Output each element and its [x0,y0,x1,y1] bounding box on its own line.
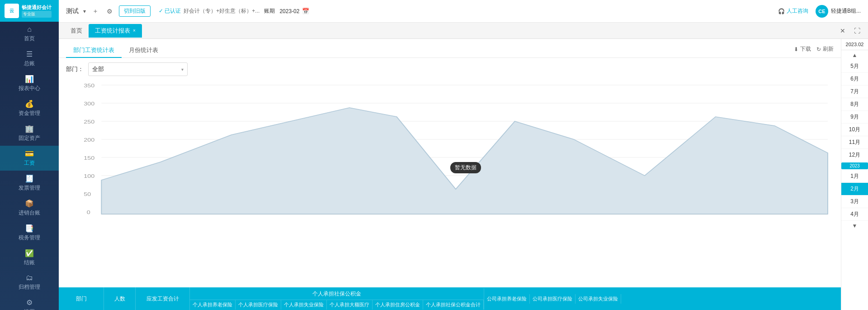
col-gross-salary: 应发工资合计 [136,287,190,310]
date-panel-current: 2023.02 [841,39,868,50]
sidebar-item-label: 固定资产 [19,134,40,142]
date-panel: 2023.02 ▲ 5月 6月 7月 8月 9月 10月 11月 12月 202… [841,39,868,310]
filter-bar: 部门： 全部 ▾ [59,58,841,81]
calendar-icon[interactable]: 📅 [302,8,309,14]
dept-select[interactable]: 全部 ▾ [88,62,188,76]
col-personal-subtotal: 个人承担社保公积金合计 [423,300,484,310]
date-month-9[interactable]: 9月 [841,111,868,124]
date-month-2-active[interactable]: 2月 [841,183,868,196]
col-dept: 部门 [59,287,104,310]
sidebar-item-funds[interactable]: 💰 资金管理 [0,96,59,121]
dept-select-value: 全部 [92,65,104,73]
logo-badge: 专业版 [22,11,52,18]
svg-text:50: 50 [84,191,91,197]
sidebar-item-invoice[interactable]: 🧾 发票管理 [0,171,59,196]
topbar-arrow-icon: ▾ [83,8,86,14]
tab-salary-report[interactable]: 工资统计报表 × [89,24,142,38]
topbar-title: 测试 [66,7,79,15]
col-personal-unemployment: 个人承担失业保险 [281,300,327,310]
sidebar-item-reports[interactable]: 📊 报表中心 [0,71,59,96]
download-icon: ⬇ [794,46,798,52]
logo-icon: 云 [5,4,19,18]
certified-badge: ✓ 已认证 [159,7,181,15]
user-avatar: CE [816,5,828,18]
date-year-badge: 2023 [841,162,868,169]
sidebar-item-archive[interactable]: 🗂 归档管理 [0,270,59,295]
sidebar-item-assets[interactable]: 🏢 固定资产 [0,121,59,146]
logo-text: 畅捷通好会计 [22,4,52,10]
content-area: 部门工资统计表 月份统计表 ⬇ 下载 ↻ 刷新 [59,39,868,310]
help-label: 人工咨询 [787,7,808,15]
download-label: 下载 [800,45,811,53]
switch-button[interactable]: 切到旧版 [119,5,151,17]
sales-icon: 📦 [25,199,34,208]
sidebar-item-label: 报表中心 [19,85,40,92]
chart-tooltip: 暂无数据 [450,162,481,173]
date-month-3[interactable]: 3月 [841,196,868,208]
sidebar-item-label: 首页 [24,35,35,43]
date-month-4[interactable]: 4月 [841,208,868,221]
date-month-12[interactable]: 12月 [841,149,868,162]
username-label: 轻捷通B组... [831,7,861,15]
table-header: 部门 人数 应发工资合计 个人承担社保公积金 个人承担养老保险 个人承担医疗保险… [59,287,841,310]
date-nav-up[interactable]: ▲ [841,50,868,60]
tab-home-label: 首页 [71,27,82,35]
svg-text:150: 150 [84,155,94,161]
main-content: 测试 ▾ ＋ ⚙ 切到旧版 ✓ 已认证 好会计（专）+好生意（标）+... 账期… [59,0,868,310]
tab-home[interactable]: 首页 [64,24,89,38]
sidebar-item-home[interactable]: ⌂ 首页 [0,22,59,46]
headset-icon: 🎧 [778,8,785,14]
add-icon[interactable]: ＋ [90,5,100,17]
archive-icon: 🗂 [26,274,33,282]
col-personal-pension: 个人承担养老保险 [190,300,236,310]
date-month-6[interactable]: 6月 [841,73,868,86]
sidebar-item-label: 进销台账 [19,209,40,217]
tab-salary-label: 工资统计报表 [95,27,130,35]
date-month-5[interactable]: 5月 [841,60,868,73]
date-month-8[interactable]: 8月 [841,98,868,111]
sidebar-item-label: 工资 [24,159,35,167]
date-nav-down[interactable]: ▼ [841,221,868,231]
col-personal-critical: 个人承担大额医疗 [327,300,373,310]
salary-icon: 💳 [25,149,34,158]
window-close-button[interactable]: ✕ [837,25,848,36]
svg-text:250: 250 [84,119,94,125]
refresh-icon: ↻ [816,46,821,52]
svg-text:100: 100 [84,173,94,179]
user-menu[interactable]: CE 轻捷通B组... [816,5,861,18]
date-month-10[interactable]: 10月 [841,124,868,136]
app-logo: 云 畅捷通好会计 专业版 [0,0,59,22]
home-icon: ⌂ [27,25,32,33]
sidebar-item-label: 资金管理 [19,110,40,117]
sidebar-item-label: 总账 [24,60,35,67]
sidebar-item-salary[interactable]: 💳 工资 [0,146,59,171]
subtab-dept-label: 部门工资统计表 [73,47,114,53]
sidebar-item-settings[interactable]: ⚙ 设置 [0,295,59,310]
topbar-right: 🎧 人工咨询 CE 轻捷通B组... [778,5,861,18]
sidebar-item-label: 设置 [24,308,35,310]
gear-icon[interactable]: ⚙ [105,6,114,17]
refresh-button[interactable]: ↻ 刷新 [816,45,834,53]
window-maximize-button[interactable]: ⛶ [852,25,863,36]
date-month-1[interactable]: 1月 [841,170,868,183]
chart-area: 350 300 250 200 150 100 50 0 [59,81,841,287]
sidebar-item-tax[interactable]: 📑 税务管理 [0,220,59,245]
sidebar-item-settle[interactable]: ✅ 结账 [0,245,59,270]
tab-close-icon[interactable]: × [133,28,136,33]
assets-icon: 🏢 [25,124,34,133]
help-button[interactable]: 🎧 人工咨询 [778,7,808,15]
download-button[interactable]: ⬇ 下载 [794,45,811,53]
sidebar-item-sales[interactable]: 📦 进销台账 [0,196,59,220]
col-company-medical: 公司承担医疗保险 [530,294,576,304]
tax-icon: 📑 [25,224,34,233]
subtab-month-label: 月份统计表 [129,47,158,53]
date-month-11[interactable]: 11月 [841,136,868,149]
date-month-7[interactable]: 7月 [841,86,868,98]
salary-chart: 350 300 250 200 150 100 50 0 [66,81,834,225]
subtab-month[interactable]: 月份统计表 [122,43,165,58]
col-group-personal: 个人承担社保公积金 个人承担养老保险 个人承担医疗保险 个人承担失业保险 个人承… [190,288,484,310]
subtab-dept[interactable]: 部门工资统计表 [66,43,122,58]
select-arrow-icon: ▾ [181,67,184,72]
svg-text:0: 0 [87,210,90,215]
sidebar-item-ledger[interactable]: ☰ 总账 [0,46,59,71]
